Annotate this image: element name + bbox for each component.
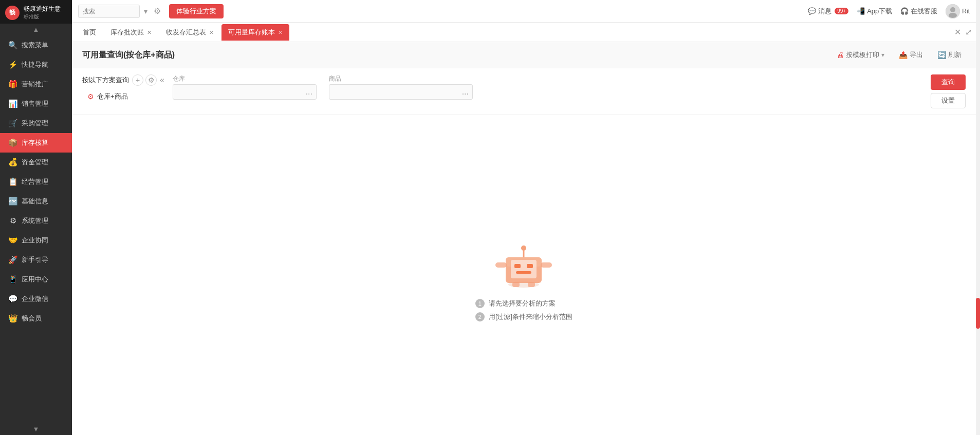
scrollbar-thumb[interactable]	[976, 298, 980, 329]
content-area: 1 请先选择要分析的方案 2 用[过滤]条件来缩小分析范围	[72, 115, 976, 435]
customer-service-button[interactable]: 🎧 在线客服	[900, 7, 937, 16]
topbar-search-input[interactable]	[78, 5, 140, 18]
tip-text-1: 请先选择要分析的方案	[489, 299, 556, 308]
sidebar-item-label: 采购管理	[22, 119, 48, 128]
expand-tab-button[interactable]: ⤢	[965, 27, 972, 37]
tab-batch-close[interactable]: ✕	[147, 29, 152, 36]
scheme-settings-button[interactable]: ⚙	[145, 74, 157, 86]
tab-home[interactable]: 首页	[76, 24, 103, 41]
sidebar-item-member[interactable]: 👑 畅会员	[0, 309, 72, 328]
sidebar-item-inventory[interactable]: 📦 库存核算	[0, 133, 72, 153]
product-label: 商品	[329, 74, 473, 83]
svg-rect-7	[514, 264, 521, 268]
refresh-icon: 🔄	[937, 51, 946, 59]
page-header: 可用量查询(按仓库+商品) 🖨 按模板打印 ▾ 📤 导出 🔄 刷新	[72, 42, 976, 68]
text-icon: 🔤	[8, 197, 17, 206]
sidebar-item-newuser[interactable]: 🚀 新手引导	[0, 250, 72, 270]
filter-scheme-header: 按以下方案查询 + ⚙ «	[82, 74, 164, 86]
empty-tips: 1 请先选择要分析的方案 2 用[过滤]条件来缩小分析范围	[475, 299, 572, 321]
sidebar-item-label: 畅会员	[22, 314, 42, 323]
print-button[interactable]: 🖨 按模板打印 ▾	[833, 48, 889, 62]
refresh-button[interactable]: 🔄 刷新	[933, 48, 966, 62]
sidebar-item-label: 快捷导航	[22, 60, 48, 69]
handshake-icon: 🤝	[8, 236, 17, 245]
scheme-list: ⚙ 仓库+商品	[82, 90, 164, 103]
empty-illustration	[493, 229, 554, 291]
add-scheme-button[interactable]: +	[132, 74, 143, 86]
user-profile[interactable]: Rit	[946, 4, 970, 18]
sidebar-subtitle: 标准版	[24, 13, 61, 21]
app-download-button[interactable]: 📲 App下载	[857, 7, 892, 16]
sidebar-item-wechat[interactable]: 💬 企业微信	[0, 289, 72, 309]
chevron-down-icon: ▾	[881, 51, 884, 59]
tab-batch[interactable]: 库存批次账 ✕	[104, 24, 158, 41]
sidebar-item-label: 系统管理	[22, 216, 48, 225]
sidebar-item-system[interactable]: ⚙ 系统管理	[0, 211, 72, 231]
sidebar-item-label: 搜索菜单	[22, 41, 48, 50]
warehouse-more-icon[interactable]: ...	[306, 87, 312, 97]
message-badge: 99+	[835, 8, 848, 14]
sidebar-item-sales[interactable]: 📊 销售管理	[0, 94, 72, 114]
sidebar-item-label: 企业微信	[22, 294, 48, 304]
filter-field-product: 商品 ...	[329, 74, 473, 100]
query-button[interactable]: 查询	[931, 74, 966, 90]
sidebar-item-finance[interactable]: 💰 资金管理	[0, 153, 72, 172]
sidebar-item-shortcut[interactable]: ⚡ 快捷导航	[0, 55, 72, 74]
sidebar-item-label: 资金管理	[22, 158, 48, 167]
page-header-right: 🖨 按模板打印 ▾ 📤 导出 🔄 刷新	[833, 48, 966, 62]
warehouse-input-wrapper: ...	[173, 84, 317, 100]
export-icon: 📤	[899, 51, 908, 59]
svg-rect-12	[495, 262, 507, 268]
sidebar-item-marketing[interactable]: 🎁 营销推广	[0, 74, 72, 94]
tab-summary[interactable]: 收发存汇总表 ✕	[159, 24, 220, 41]
sidebar-item-label: 经营管理	[22, 177, 48, 186]
sidebar-item-basic[interactable]: 🔤 基础信息	[0, 192, 72, 211]
sidebar-item-appstore[interactable]: 📱 应用中心	[0, 270, 72, 289]
tab-available-close[interactable]: ✕	[278, 29, 283, 36]
chart-icon: 📊	[8, 99, 17, 108]
right-scrollbar[interactable]	[976, 0, 980, 435]
topbar-right: 💬 消息 99+ 📲 App下载 🎧 在线客服	[808, 4, 970, 18]
sidebar-scroll-down[interactable]: ▼	[0, 423, 72, 435]
sidebar-item-purchase[interactable]: 🛒 采购管理	[0, 114, 72, 133]
sidebar-item-cooperation[interactable]: 🤝 企业协同	[0, 231, 72, 250]
scheme-item-warehouse-product[interactable]: ⚙ 仓库+商品	[82, 90, 164, 103]
close-all-tabs-button[interactable]: ✕	[954, 27, 961, 37]
tip-number-1: 1	[475, 299, 485, 308]
headset-icon: 🎧	[900, 7, 909, 15]
query-button-area: 查询 设置	[931, 74, 966, 108]
page-title: 可用量查询(按仓库+商品)	[82, 50, 175, 61]
sidebar-scroll-up[interactable]: ▲	[0, 24, 72, 35]
svg-point-2	[949, 13, 957, 18]
collapse-button[interactable]: «	[160, 75, 164, 85]
settings-icon[interactable]: ⚙	[154, 6, 161, 16]
tabs-bar: 首页 库存批次账 ✕ 收发存汇总表 ✕ 可用量库存账本 ✕ ✕ ⤢	[72, 23, 976, 42]
filter-settings-button[interactable]: 设置	[931, 93, 966, 108]
product-input[interactable]	[329, 84, 473, 100]
phone-download-icon: 📲	[857, 7, 865, 15]
product-input-wrapper: ...	[329, 84, 473, 100]
export-button[interactable]: 📤 导出	[895, 48, 927, 62]
sidebar-item-label: 基础信息	[22, 197, 48, 206]
username-label: Rit	[962, 8, 970, 15]
trial-button[interactable]: 体验行业方案	[169, 4, 224, 18]
svg-rect-15	[528, 282, 535, 287]
sidebar-item-label: 应用中心	[22, 275, 48, 284]
print-icon: 🖨	[837, 51, 844, 59]
sidebar-item-label: 企业协同	[22, 236, 48, 245]
sidebar-item-search[interactable]: 🔍 搜索菜单	[0, 35, 72, 55]
svg-rect-13	[541, 262, 552, 268]
tab-available[interactable]: 可用量库存账本 ✕	[221, 24, 289, 41]
product-more-icon[interactable]: ...	[462, 87, 469, 97]
sidebar-item-operation[interactable]: 📋 经营管理	[0, 172, 72, 192]
tabs-right-controls: ✕ ⤢	[954, 27, 972, 37]
message-button[interactable]: 💬 消息 99+	[808, 7, 848, 16]
chevron-down-icon[interactable]: ▾	[144, 7, 147, 15]
svg-point-11	[521, 245, 526, 251]
warehouse-input[interactable]	[173, 84, 317, 100]
scheme-buttons: + ⚙	[132, 74, 157, 86]
tab-summary-close[interactable]: ✕	[209, 29, 214, 36]
money-icon: 💰	[8, 158, 17, 167]
crown-icon: 👑	[8, 314, 17, 323]
sidebar-title: 畅康通好生意	[24, 5, 61, 13]
